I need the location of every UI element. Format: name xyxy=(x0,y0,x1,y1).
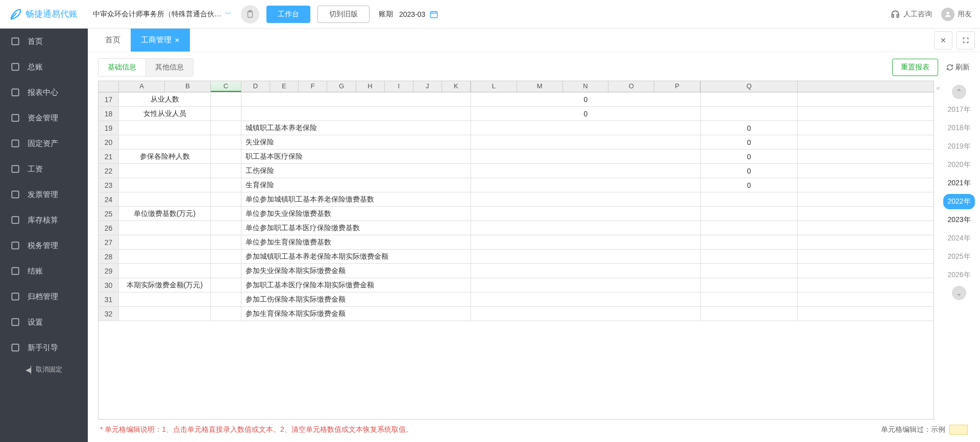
cell-val-o[interactable] xyxy=(701,292,798,306)
cell-val-o[interactable] xyxy=(701,221,798,235)
cell-desc[interactable]: 单位参加职工基本医疗保险缴费基数 xyxy=(241,221,471,235)
cell-val-o[interactable] xyxy=(701,107,798,120)
spreadsheet[interactable]: ABCDEFGHIJKLMNOPQ 17从业人数018女性从业人员019城镇职工… xyxy=(98,81,934,420)
year-up-icon[interactable]: ⌃ xyxy=(952,85,966,99)
cell-val-o[interactable]: 0 xyxy=(701,150,798,163)
cell-val-o[interactable] xyxy=(701,207,798,220)
cell-desc[interactable]: 单位参加生育保险缴费基数 xyxy=(241,235,471,249)
table-row[interactable]: 31参加工伤保险本期实际缴费金额 xyxy=(99,292,934,307)
cell-val-k[interactable]: 0 xyxy=(471,107,701,120)
close-icon[interactable]: ✕ xyxy=(175,37,180,44)
sidebar-item-6[interactable]: 发票管理 xyxy=(0,182,88,207)
cell-desc[interactable] xyxy=(241,107,471,120)
sidebar-item-0[interactable]: 首页 xyxy=(0,29,88,54)
cell-val-k[interactable] xyxy=(471,235,701,249)
sidebar-item-7[interactable]: 库存核算 xyxy=(0,207,88,233)
table-row[interactable]: 32参加生育保险本期实际缴费金额 xyxy=(99,307,934,321)
table-row[interactable]: 27单位参加生育保险缴费基数 xyxy=(99,235,934,250)
table-row[interactable]: 29参加失业保险本期实际缴费金额 xyxy=(99,264,934,278)
year-2017年[interactable]: 2017年 xyxy=(943,102,974,117)
year-2023年[interactable]: 2023年 xyxy=(943,212,974,228)
cell-val-o[interactable] xyxy=(701,192,798,206)
year-2025年[interactable]: 2025年 xyxy=(943,249,974,264)
cell-val-k[interactable] xyxy=(471,121,701,135)
cell-val-o[interactable]: 0 xyxy=(701,121,798,135)
cell-val-k[interactable] xyxy=(471,278,701,292)
col-C[interactable]: C xyxy=(211,81,241,92)
year-2018年[interactable]: 2018年 xyxy=(943,120,974,136)
year-down-icon[interactable]: ⌄ xyxy=(952,286,966,300)
cell-val-k[interactable] xyxy=(471,250,701,263)
support-link[interactable]: 人工咨询 xyxy=(890,9,932,19)
table-row[interactable]: 20失业保险0 xyxy=(99,135,934,150)
sidebar-item-9[interactable]: 结账 xyxy=(0,258,88,284)
cell-desc[interactable]: 参加职工基本医疗保险本期实际缴费金额 xyxy=(241,278,471,292)
brand-logo[interactable]: 畅捷通易代账 xyxy=(8,7,78,21)
sidebar-item-10[interactable]: 归档管理 xyxy=(0,284,88,309)
cell-val-o[interactable] xyxy=(701,278,798,292)
sidebar-item-5[interactable]: 工资 xyxy=(0,156,88,182)
year-2021年[interactable]: 2021年 xyxy=(943,176,974,191)
sidebar-item-2[interactable]: 报表中心 xyxy=(0,80,88,105)
close-tabs-button[interactable]: ✕ xyxy=(934,31,952,50)
cell-val-k[interactable] xyxy=(471,178,701,192)
cell-desc[interactable]: 参加生育保险本期实际缴费金额 xyxy=(241,307,471,321)
cell-val-k[interactable] xyxy=(471,150,701,163)
table-row[interactable]: 21参保各险种人数职工基本医疗保险0 xyxy=(99,150,934,164)
cell-desc[interactable]: 参加失业保险本期实际缴费金额 xyxy=(241,264,471,278)
year-2026年[interactable]: 2026年 xyxy=(943,267,974,283)
cell-desc[interactable] xyxy=(241,92,471,106)
cell-val-o[interactable] xyxy=(701,307,798,321)
col-D[interactable]: DEFGHIJK xyxy=(241,81,471,92)
refresh-button[interactable]: 刷新 xyxy=(946,63,970,72)
cell-desc[interactable]: 职工基本医疗保险 xyxy=(241,150,471,163)
table-row[interactable]: 30本期实际缴费金额(万元)参加职工基本医疗保险本期实际缴费金额 xyxy=(99,278,934,292)
cell-val-k[interactable] xyxy=(471,264,701,278)
cell-desc[interactable]: 参加工伤保险本期实际缴费金额 xyxy=(241,292,471,306)
table-row[interactable]: 17从业人数0 xyxy=(99,92,934,107)
table-row[interactable]: 23生育保险0 xyxy=(99,178,934,192)
sidebar-item-3[interactable]: 资金管理 xyxy=(0,105,88,131)
table-row[interactable]: 26单位参加职工基本医疗保险缴费基数 xyxy=(99,221,934,235)
cell-val-o[interactable]: 0 xyxy=(701,164,798,178)
table-row[interactable]: 28参加城镇职工基本养老保险本期实际缴费金额 xyxy=(99,250,934,264)
tab-home[interactable]: 首页 xyxy=(95,29,131,52)
cell-val-o[interactable] xyxy=(701,235,798,249)
panel-collapse-icon[interactable]: « xyxy=(934,81,942,420)
cell-val-o[interactable] xyxy=(701,264,798,278)
unpin-button[interactable]: ◀▏取消固定 xyxy=(0,360,88,379)
table-row[interactable]: 25单位缴费基数(万元)单位参加失业保险缴费基数 xyxy=(99,207,934,221)
workbench-button[interactable]: 工作台 xyxy=(266,6,310,23)
cell-val-k[interactable] xyxy=(471,292,701,306)
sidebar-item-8[interactable]: 税务管理 xyxy=(0,233,88,258)
old-version-button[interactable]: 切到旧版 xyxy=(317,6,370,23)
year-2024年[interactable]: 2024年 xyxy=(943,231,974,246)
cell-val-o[interactable]: 0 xyxy=(701,178,798,192)
col-A[interactable]: A xyxy=(119,81,165,92)
fullscreen-button[interactable] xyxy=(957,31,975,50)
cell-val-o[interactable] xyxy=(701,92,798,106)
table-row[interactable]: 24单位参加城镇职工基本养老保险缴费基数 xyxy=(99,192,934,207)
clipboard-button[interactable] xyxy=(241,5,259,23)
table-row[interactable]: 19城镇职工基本养老保险0 xyxy=(99,121,934,135)
cell-val-k[interactable]: 0 xyxy=(471,92,701,106)
cell-desc[interactable]: 单位参加失业保险缴费基数 xyxy=(241,207,471,220)
year-2019年[interactable]: 2019年 xyxy=(943,139,974,154)
reset-report-button[interactable]: 重置报表 xyxy=(892,59,938,76)
col-L[interactable]: LMNOP xyxy=(471,81,701,92)
cell-desc[interactable]: 失业保险 xyxy=(241,135,471,149)
sidebar-item-4[interactable]: 固定资产 xyxy=(0,131,88,156)
col-corner[interactable] xyxy=(99,81,119,92)
cell-val-k[interactable] xyxy=(471,192,701,206)
cell-val-o[interactable]: 0 xyxy=(701,135,798,149)
sidebar-item-12[interactable]: 新手引导 xyxy=(0,335,88,360)
cell-val-o[interactable] xyxy=(701,250,798,263)
sidebar-item-1[interactable]: 总账 xyxy=(0,54,88,80)
org-selector[interactable]: 中审众环会计师事务所（特殊普通合伙… ﹀ xyxy=(93,10,232,19)
subtab-other[interactable]: 其他信息 xyxy=(146,59,193,76)
cell-val-k[interactable] xyxy=(471,221,701,235)
tab-business-admin[interactable]: 工商管理 ✕ xyxy=(131,29,190,52)
col-B[interactable]: B xyxy=(165,81,211,92)
cell-val-k[interactable] xyxy=(471,207,701,220)
col-Q[interactable]: Q xyxy=(701,81,798,92)
